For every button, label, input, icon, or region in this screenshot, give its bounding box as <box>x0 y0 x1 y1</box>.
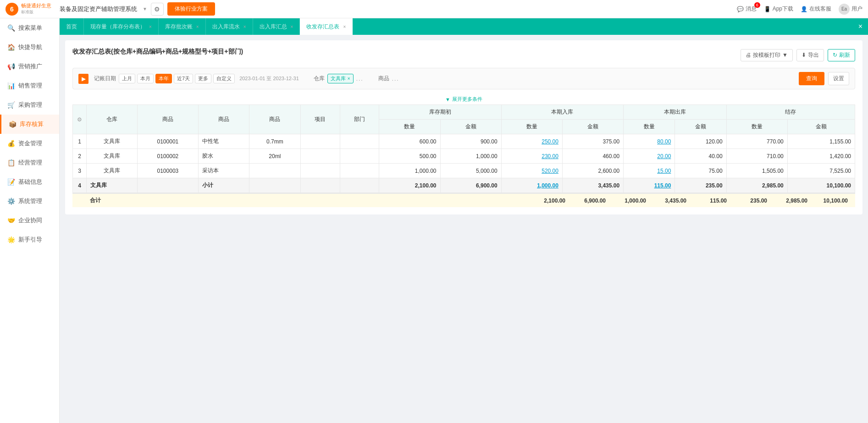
date-btn-7days[interactable]: 近7天 <box>174 74 193 83</box>
date-btn-this-month[interactable]: 本月 <box>137 74 154 83</box>
date-label: 记账日期 <box>94 75 116 82</box>
row-in-qty[interactable]: 230.00 <box>501 149 562 164</box>
row-open-amt: 5,000.00 <box>440 164 501 178</box>
sidebar-item-newbie[interactable]: 🌟 新手引导 <box>0 230 59 249</box>
sidebar-item-label: 快捷导航 <box>18 43 42 51</box>
warehouse-tag[interactable]: 文具库 × <box>327 74 354 83</box>
row-warehouse: 文具库 <box>87 164 138 178</box>
col-header-spec: 商品 <box>249 105 300 134</box>
tab-close-inventory-dist[interactable]: × <box>149 24 152 29</box>
row-out-qty[interactable]: 115.00 <box>624 178 675 193</box>
export-button[interactable]: ⬇ 导出 <box>796 49 824 61</box>
date-btn-more[interactable]: 更多 <box>195 74 211 83</box>
sidebar-item-operations[interactable]: 📋 经营管理 <box>0 153 59 172</box>
logo-icon: 6 <box>6 3 18 16</box>
export-icon: ⬇ <box>802 52 806 58</box>
row-no: 1 <box>73 134 87 149</box>
row-in-amt: 375.00 <box>562 134 623 149</box>
expand-conditions-button[interactable]: ▼ 展开更多条件 <box>72 94 855 104</box>
settings-icon[interactable]: ⚙ <box>151 3 164 16</box>
row-in-qty[interactable]: 520.00 <box>501 164 562 178</box>
sidebar-item-marketing[interactable]: 📢 营销推广 <box>0 57 59 76</box>
date-btn-custom[interactable]: 自定义 <box>213 74 235 83</box>
row-dept <box>340 178 379 193</box>
row-warehouse: 文具库 <box>87 134 138 149</box>
sidebar-item-inventory[interactable]: 📦 库存核算 <box>0 115 59 134</box>
date-btn-this-year[interactable]: 本年 <box>155 74 172 83</box>
product-label: 商品 <box>378 75 389 82</box>
row-name: 小计 <box>198 178 249 193</box>
row-in-qty[interactable]: 1,000.00 <box>501 178 562 193</box>
customer-service-button[interactable]: 👤 在线客服 <box>801 5 831 13</box>
warehouse-more-btn[interactable]: ... <box>356 76 364 82</box>
col-group-balance: 结存 <box>726 105 855 120</box>
expand-icon: ▼ <box>445 97 450 102</box>
row-in-amt: 2,600.00 <box>562 164 623 178</box>
query-button[interactable]: 查询 <box>799 72 824 85</box>
col-header-project: 项目 <box>300 105 340 134</box>
message-button[interactable]: 💬 消息 6 <box>737 5 757 13</box>
sidebar-item-system[interactable]: ⚙️ 系统管理 <box>0 192 59 211</box>
tab-recv-send-summary[interactable]: 收发存汇总表 × <box>300 18 353 35</box>
trial-button[interactable]: 体验行业方案 <box>167 2 215 16</box>
sidebar-item-label: 资金管理 <box>18 139 42 148</box>
tab-inventory-dist[interactable]: 现存量（库存分布表） × <box>84 18 159 35</box>
date-btn-last-month[interactable]: 上月 <box>119 74 135 83</box>
filter-settings-button[interactable]: 设置 <box>828 72 849 85</box>
row-bal-qty: 770.00 <box>726 134 787 149</box>
row-bal-qty: 2,985.00 <box>726 178 787 193</box>
finance-icon: 💰 <box>7 140 15 147</box>
sidebar-item-basic[interactable]: 📝 基础信息 <box>0 172 59 192</box>
sidebar-item-purchase[interactable]: 🛒 采购管理 <box>0 95 59 115</box>
sidebar-item-label: 营销推广 <box>18 62 42 71</box>
col-sub-in-qty: 数量 <box>501 120 562 134</box>
row-out-amt: 120.00 <box>675 134 726 149</box>
system-name: 装备及固定资产辅助管理系统 <box>60 5 137 13</box>
row-in-amt: 3,435.00 <box>562 178 623 193</box>
sidebar-item-finance[interactable]: 💰 资金管理 <box>0 134 59 153</box>
table-row: 2文具库0100002胶水20ml500.001,000.00230.00460… <box>73 149 855 164</box>
row-no: 4 <box>73 178 87 193</box>
tab-close-in-out-flow[interactable]: × <box>243 24 246 29</box>
column-settings-icon[interactable]: ⚙ <box>77 116 82 123</box>
row-out-qty[interactable]: 80.00 <box>624 134 675 149</box>
print-button[interactable]: 🖨 按模板打印 ▼ <box>741 49 793 61</box>
tab-close-in-out-summary[interactable]: × <box>291 24 293 29</box>
warehouse-tag-close[interactable]: × <box>348 76 350 81</box>
tab-close-recv-send-summary[interactable]: × <box>343 24 346 29</box>
date-range-display: 2023-01-01 至 2023-12-31 <box>239 75 299 82</box>
system-dropdown-arrow[interactable]: ▼ <box>143 6 147 11</box>
row-bal-amt: 1,420.00 <box>787 149 855 164</box>
close-all-tabs-button[interactable]: × <box>858 22 862 31</box>
tab-close-batch[interactable]: × <box>196 24 199 29</box>
page-title: 收发存汇总表(按仓库+商品编码+商品+规格型号+项目+部门) <box>72 48 243 56</box>
sidebar-item-enterprise[interactable]: 🤝 企业协同 <box>0 211 59 230</box>
row-warehouse: 文具库 <box>87 178 138 193</box>
logo-subtitle: 标准版 <box>21 9 51 15</box>
row-out-qty[interactable]: 20.00 <box>624 149 675 164</box>
row-project <box>300 178 340 193</box>
row-in-amt: 460.00 <box>562 149 623 164</box>
app-download-button[interactable]: 📱 App下载 <box>764 5 793 13</box>
sidebar-item-sales[interactable]: 📊 销售管理 <box>0 76 59 95</box>
footer-in-qty: 1,000.00 <box>609 198 646 204</box>
tab-in-out-flow[interactable]: 出入库流水 × <box>206 18 253 35</box>
tab-bar: 首页 现存量（库存分布表） × 库存批次账 × 出入库流水 × 出入库汇总 × <box>60 18 868 35</box>
tab-home[interactable]: 首页 <box>60 18 84 35</box>
row-out-amt: 235.00 <box>675 178 726 193</box>
filter-toggle-button[interactable]: ▶ <box>78 74 88 84</box>
sidebar-item-label: 企业协同 <box>18 216 42 225</box>
tab-batch[interactable]: 库存批次账 × <box>159 18 206 35</box>
sidebar-item-search[interactable]: 🔍 搜索菜单 <box>0 18 59 38</box>
sidebar-item-quick-nav[interactable]: 🏠 快捷导航 <box>0 38 59 57</box>
product-more-btn[interactable]: ... <box>392 76 399 82</box>
user-menu[interactable]: Ea 用户 <box>839 4 862 15</box>
col-sub-out-amt: 金额 <box>675 120 726 134</box>
row-no: 3 <box>73 164 87 178</box>
col-header-code: 商品 <box>137 105 198 134</box>
row-in-qty[interactable]: 250.00 <box>501 134 562 149</box>
row-spec: 20ml <box>249 149 300 164</box>
tab-in-out-summary[interactable]: 出入库汇总 × <box>253 18 300 35</box>
refresh-button[interactable]: ↻ 刷新 <box>828 49 855 61</box>
row-out-qty[interactable]: 15.00 <box>624 164 675 178</box>
